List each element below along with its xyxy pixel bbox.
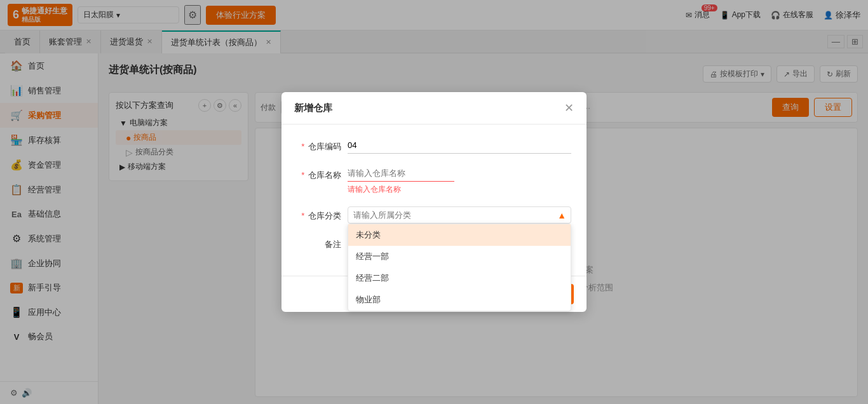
form-row-code: * 仓库编码 xyxy=(297,137,571,154)
form-row-category: * 仓库分类 ▲ 未分类 经营一部 经营二部 xyxy=(297,206,571,224)
remark-label: 备注 xyxy=(297,235,341,250)
code-label: * 仓库编码 xyxy=(297,137,341,152)
name-input[interactable] xyxy=(348,165,454,182)
form-row-name: * 仓库名称 请输入仓库名称 xyxy=(297,165,571,195)
modal-title: 新增仓库 xyxy=(294,102,332,114)
modal-header: 新增仓库 ✕ xyxy=(281,92,587,125)
dropdown-item-1[interactable]: 经营一部 xyxy=(348,246,571,267)
category-dropdown-list: 未分类 经营一部 经营二部 物业部 xyxy=(348,224,571,311)
add-warehouse-modal: 新增仓库 ✕ * 仓库编码 * 仓库名称 xyxy=(281,92,587,312)
modal-overlay[interactable]: 新增仓库 ✕ * 仓库编码 * 仓库名称 xyxy=(0,0,868,404)
code-input[interactable] xyxy=(348,137,571,154)
modal-body: * 仓库编码 * 仓库名称 请输入仓库名称 xyxy=(281,125,587,276)
dropdown-item-2[interactable]: 经营二部 xyxy=(348,267,571,289)
category-dropdown-arrow[interactable]: ▲ xyxy=(557,210,566,220)
category-select-wrap: ▲ 未分类 经营一部 经营二部 物业部 xyxy=(348,206,571,224)
dropdown-item-0[interactable]: 未分类 xyxy=(348,224,571,246)
category-label: * 仓库分类 xyxy=(297,206,341,222)
modal-close-button[interactable]: ✕ xyxy=(564,101,574,115)
dropdown-item-3[interactable]: 物业部 xyxy=(348,289,571,311)
name-error-message: 请输入仓库名称 xyxy=(348,185,401,194)
category-input[interactable] xyxy=(348,206,571,224)
required-star-category: * xyxy=(301,211,304,220)
name-label: * 仓库名称 xyxy=(297,166,341,181)
required-star-name: * xyxy=(301,170,304,180)
required-star-code: * xyxy=(301,142,304,151)
